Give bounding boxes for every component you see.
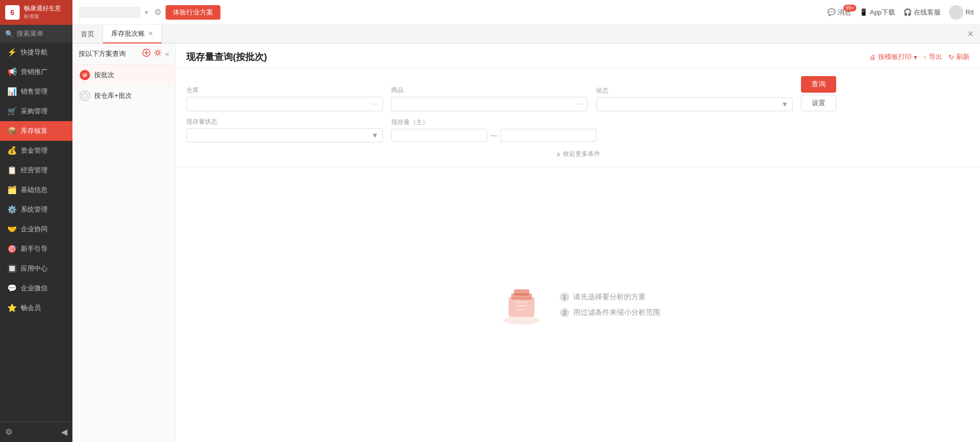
collapse-sidebar-icon[interactable]: ◀ (61, 427, 67, 437)
print-btn[interactable]: 🖨 按模板打印 ▾ (869, 52, 917, 62)
empty-state: 1 请先选择要分析的方案 2 用过滤条件来缩小分析范围 (176, 167, 980, 442)
print-dropdown-icon[interactable]: ▾ (914, 53, 917, 61)
refresh-btn[interactable]: ↻ 刷新 (948, 52, 970, 62)
scheme-item-by-warehouse-batch[interactable]: 按仓库+批次 (72, 85, 175, 106)
sidebar-item-sales[interactable]: 📊 销售管理 (0, 82, 72, 101)
user-profile-btn[interactable]: Rit (949, 5, 974, 20)
tabs-close-all-btn[interactable]: ✕ (961, 29, 980, 39)
svg-point-5 (82, 93, 87, 98)
topbar-search-input[interactable] (79, 7, 141, 18)
sidebar: 6 畅康通好生意 标准版 🔍 搜索菜单 ⚡ 快捷导航 📢 营销推广 📊 销售管理… (0, 0, 72, 442)
online-service-label: 在线客服 (914, 8, 941, 17)
stock-status-select[interactable]: ▼ (186, 128, 383, 142)
warehouse-dots-btn[interactable]: ··· (372, 99, 378, 109)
refresh-icon: ↻ (948, 53, 954, 61)
product-input[interactable] (396, 100, 576, 108)
status-select[interactable]: ▼ (596, 97, 793, 111)
add-scheme-btn[interactable] (142, 49, 151, 59)
sidebar-item-newbie[interactable]: 🎯 新手引导 (0, 239, 72, 259)
page-header: 现存量查询(按批次) 🖨 按模板打印 ▾ ↑ 导出 ↻ 刷新 (176, 43, 980, 69)
sidebar-item-label: 畅会员 (21, 303, 41, 313)
sidebar-item-finance[interactable]: 💰 资金管理 (0, 141, 72, 160)
right-panel: 现存量查询(按批次) 🖨 按模板打印 ▾ ↑ 导出 ↻ 刷新 (176, 43, 980, 442)
sidebar-item-system[interactable]: ⚙️ 系统管理 (0, 200, 72, 219)
sidebar-item-label: 经营管理 (21, 166, 48, 175)
sidebar-item-wechat[interactable]: 💬 企业微信 (0, 278, 72, 298)
status-dropdown-icon: ▼ (781, 100, 788, 108)
sidebar-nav: ⚡ 快捷导航 📢 营销推广 📊 销售管理 🛒 采购管理 📦 库存核算 💰 资金管… (0, 42, 72, 421)
stock-status-filter: 现存量状态 ▼ (186, 117, 383, 142)
sidebar-search-label: 搜索菜单 (17, 29, 43, 38)
settings-icon[interactable]: ⚙ (5, 427, 12, 437)
collapse-panel-btn[interactable]: « (165, 50, 169, 58)
message-icon: 💬 (827, 8, 836, 16)
product-label: 商品 (391, 86, 588, 95)
stock-qty-to-wrap[interactable] (500, 129, 597, 142)
online-service-btn[interactable]: 🎧 在线客服 (903, 8, 941, 17)
query-button[interactable]: 查询 (801, 76, 836, 93)
sidebar-item-inventory[interactable]: 📦 库存核算 (0, 121, 72, 141)
sidebar-search[interactable]: 🔍 搜索菜单 (0, 25, 72, 42)
topbar: ▾ ⚙ 体验行业方案 💬 消息 99+ 📱 App下载 🎧 在线客服 Rit (72, 0, 980, 25)
sidebar-item-label: 资金管理 (21, 146, 48, 155)
product-filter: 商品 ··· (391, 86, 588, 111)
message-btn[interactable]: 💬 消息 99+ (827, 8, 851, 17)
sidebar-item-marketing[interactable]: 📢 营销推广 (0, 62, 72, 82)
stock-status-label: 现存量状态 (186, 117, 383, 126)
product-input-wrap[interactable]: ··· (391, 97, 588, 111)
sidebar-item-operations[interactable]: 📋 经营管理 (0, 160, 72, 180)
export-btn[interactable]: ↑ 导出 (924, 52, 943, 62)
sidebar-footer: ⚙ ◀ (0, 421, 72, 442)
phone-icon: 📱 (859, 8, 868, 16)
sidebar-item-label: 企业协同 (21, 225, 48, 234)
app-title: 畅康通好生意 (24, 5, 61, 13)
stock-qty-from-input[interactable] (396, 131, 483, 139)
sidebar-item-member[interactable]: ⭐ 畅会员 (0, 298, 72, 318)
stock-qty-separator: — (491, 131, 497, 139)
enterprise-icon: 🤝 (7, 225, 17, 234)
sidebar-item-quick-nav[interactable]: ⚡ 快捷导航 (0, 42, 72, 62)
sidebar-item-enterprise[interactable]: 🤝 企业协同 (0, 219, 72, 239)
stock-qty-to-input[interactable] (505, 131, 592, 139)
basic-icon: 🗂️ (7, 185, 17, 195)
tab-inventory-batch[interactable]: 库存批次账 ✕ (103, 25, 162, 43)
sidebar-header: 6 畅康通好生意 标准版 (0, 0, 72, 25)
sidebar-item-label: 营销推广 (21, 67, 48, 77)
experience-btn[interactable]: 体验行业方案 (166, 5, 220, 20)
app-download-btn[interactable]: 📱 App下载 (859, 8, 895, 17)
collapse-filter-btn[interactable]: ∧ 收起更多条件 (186, 146, 970, 159)
quick-nav-icon: ⚡ (7, 48, 17, 57)
refresh-label: 刷新 (956, 52, 970, 62)
stock-qty-from-wrap[interactable] (391, 129, 487, 142)
scheme-item-label: 按批次 (94, 70, 114, 80)
sidebar-item-purchase[interactable]: 🛒 采购管理 (0, 101, 72, 121)
collapse-up-icon: ∧ (556, 151, 561, 158)
warehouse-input[interactable] (191, 100, 372, 108)
topbar-gear-icon[interactable]: ⚙ (154, 7, 161, 17)
product-dots-btn[interactable]: ··· (576, 99, 583, 109)
tab-home[interactable]: 首页 (72, 25, 103, 43)
sidebar-item-label: 快捷导航 (21, 48, 48, 57)
export-label: 导出 (929, 52, 942, 62)
tip-1-text: 请先选择要分析的方案 (573, 292, 646, 302)
operations-icon: 📋 (7, 166, 17, 175)
finance-icon: 💰 (7, 146, 17, 155)
settings-button[interactable]: 设置 (801, 95, 836, 111)
sidebar-item-basic[interactable]: 🗂️ 基础信息 (0, 180, 72, 200)
scheme-item-by-batch[interactable]: 按批次 (72, 65, 175, 85)
tip-2-text: 用过滤条件来缩小分析范围 (573, 308, 660, 317)
warehouse-input-wrap[interactable]: ··· (186, 97, 383, 111)
scheme-icon-outline (80, 91, 90, 101)
topbar-dropdown-arrow[interactable]: ▾ (145, 9, 148, 16)
scheme-item-label: 按仓库+批次 (94, 91, 132, 100)
warehouse-filter: 仓库 ··· (186, 86, 383, 111)
sidebar-item-apps[interactable]: 🔲 应用中心 (0, 259, 72, 278)
wechat-icon: 💬 (7, 284, 17, 293)
tab-close-icon[interactable]: ✕ (148, 30, 153, 37)
scheme-settings-btn[interactable] (154, 49, 162, 59)
message-badge: 99+ (843, 5, 856, 11)
tabs-bar: 首页 库存批次账 ✕ ✕ (72, 25, 980, 43)
member-icon: ⭐ (7, 303, 17, 313)
sidebar-item-label: 应用中心 (21, 264, 48, 273)
topbar-right: 💬 消息 99+ 📱 App下载 🎧 在线客服 Rit (827, 5, 974, 20)
